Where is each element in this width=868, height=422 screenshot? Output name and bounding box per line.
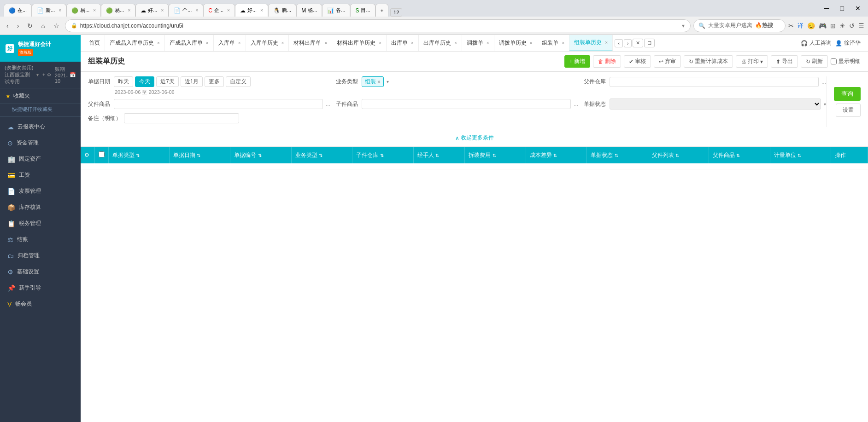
sidebar-item-guide[interactable]: 📌 新手引导: [0, 280, 81, 296]
address-bar[interactable]: 🔒 https://cloud.chanjet.com/accounting/u…: [65, 19, 691, 32]
tab-more[interactable]: ⊟: [644, 39, 655, 47]
parent-goods-input[interactable]: [114, 99, 323, 109]
menu-tab-outstock[interactable]: 出库单 ×: [387, 35, 419, 52]
emoji-icon[interactable]: 😊: [807, 22, 815, 29]
sidebar-item-archive[interactable]: 🗂 归档管理: [0, 248, 81, 264]
query-btn[interactable]: 查询: [834, 87, 861, 101]
th-cost-diff[interactable]: 成本差异 ⇅: [526, 147, 586, 163]
date-btn-lastmonth[interactable]: 近1月: [181, 76, 203, 87]
restore-btn[interactable]: □: [837, 4, 848, 13]
biz-type-dropdown[interactable]: ▾: [387, 79, 389, 84]
th-parent-goods[interactable]: 父件商品 ⇅: [709, 147, 770, 163]
delete-btn[interactable]: 🗑 删除: [593, 55, 621, 68]
dropdown-icon[interactable]: ▾: [682, 23, 685, 29]
sidebar-item-inventory[interactable]: 📦 库存核算: [0, 199, 81, 215]
sidebar-item-tax[interactable]: 📋 税务管理: [0, 215, 81, 231]
favorites-section[interactable]: ★ 收藏夹: [0, 88, 81, 104]
add-company-btn[interactable]: +: [42, 72, 45, 77]
back-btn[interactable]: ‹: [4, 20, 12, 31]
browser-tab-7[interactable]: C 企... ×: [203, 4, 235, 17]
sidebar-item-invoices[interactable]: 📄 发票管理: [0, 183, 81, 199]
close-tab-4[interactable]: ×: [282, 40, 284, 46]
cut-icon[interactable]: ✂: [788, 22, 794, 29]
close-tab-6[interactable]: ×: [379, 40, 381, 46]
menu-tab-kit-assemble[interactable]: 组装单 ×: [537, 35, 569, 52]
close-tab-2[interactable]: ×: [206, 40, 209, 46]
menu-tab-material-outstock-history[interactable]: 材料出库单历史 ×: [332, 35, 387, 52]
parent-goods-more-btn[interactable]: ...: [326, 101, 330, 107]
parent-warehouse-more-btn[interactable]: ...: [821, 79, 826, 85]
sidebar-item-cloud-reports[interactable]: ☁ 云报表中心: [0, 119, 81, 135]
menu-icon[interactable]: ☰: [858, 22, 864, 29]
menu-tab-instock-history[interactable]: 入库单历史 ×: [246, 35, 289, 52]
forward-btn[interactable]: ›: [14, 20, 22, 31]
tab-close-all[interactable]: ✕: [633, 39, 643, 47]
browser-tab-6[interactable]: 📄 个... ×: [169, 4, 203, 17]
close-tab-7[interactable]: ×: [411, 40, 414, 46]
th-parent-list[interactable]: 父件列表 ⇅: [648, 147, 709, 163]
translate-icon[interactable]: 译: [798, 22, 803, 30]
print-dropdown-icon[interactable]: ▾: [760, 58, 763, 65]
select-all-checkbox[interactable]: [99, 151, 105, 157]
browser-tab-new[interactable]: +: [375, 4, 388, 17]
sidebar-item-member[interactable]: V 畅会员: [0, 296, 81, 312]
remove-biz-type-tag[interactable]: ×: [377, 79, 381, 85]
grid-icon[interactable]: ⊞: [830, 22, 836, 29]
date-btn-last7[interactable]: 近7天: [156, 76, 179, 87]
sidebar-item-basic-settings[interactable]: ⚙ 基础设置: [0, 264, 81, 280]
minimize-btn[interactable]: ─: [820, 3, 833, 13]
tab-scroll-left[interactable]: ‹: [615, 39, 623, 47]
menu-tab-assemble[interactable]: 调拨单 ×: [462, 35, 494, 52]
close-tab-12[interactable]: ×: [605, 40, 608, 45]
browser-tab-9[interactable]: 🐧 腾...: [268, 4, 296, 17]
recalculate-btn[interactable]: ↻ 重新计算成本: [684, 55, 733, 68]
menu-tab-instock[interactable]: 入库单 ×: [214, 35, 246, 52]
game-icon[interactable]: 🎮: [819, 22, 827, 29]
browser-tab-12[interactable]: S 目...: [350, 4, 375, 17]
add-btn[interactable]: + 新增: [564, 55, 590, 68]
reload-btn[interactable]: ↻: [24, 20, 35, 31]
date-btn-custom[interactable]: 自定义: [226, 76, 251, 87]
favorites-sub[interactable]: 快捷键打开收藏夹: [0, 104, 81, 117]
bookmark-btn[interactable]: ☆: [51, 20, 62, 31]
sidebar-item-fixed-assets[interactable]: 🏢 固定资产: [0, 151, 81, 167]
menu-tab-kit-history[interactable]: 组装单历史 ×: [569, 35, 613, 52]
th-date[interactable]: 单据日期 ⇅: [169, 147, 230, 163]
browser-tab-8[interactable]: ☁ 好... ×: [235, 4, 268, 17]
close-tab-9[interactable]: ×: [487, 40, 489, 46]
calendar-icon[interactable]: 📅: [70, 72, 76, 78]
company-dropdown[interactable]: ▾: [36, 72, 39, 77]
menu-tab-assemble-history[interactable]: 调拨单历史 ×: [494, 35, 538, 52]
browser-tab-10[interactable]: M 畅...: [296, 4, 322, 17]
review-btn[interactable]: ✔ 审核: [624, 55, 651, 68]
th-doc-status[interactable]: 单据状态 ⇅: [587, 147, 648, 163]
remark-input[interactable]: [124, 113, 239, 123]
close-tab-8[interactable]: ×: [454, 40, 457, 46]
customer-service[interactable]: 🎧 人工咨询: [801, 39, 832, 47]
th-number[interactable]: 单据编号 ⇅: [230, 147, 291, 163]
sidebar-item-settlement[interactable]: ⚖ 结账: [0, 231, 81, 248]
export-btn[interactable]: ⬆ 导出: [771, 55, 798, 68]
close-tab-10[interactable]: ×: [530, 40, 533, 46]
close-tab-5[interactable]: ×: [324, 40, 327, 46]
sidebar-item-funds[interactable]: ⊙ 资金管理: [0, 135, 81, 151]
child-goods-input[interactable]: [362, 99, 571, 109]
browser-tab-1[interactable]: 🔵 在...: [4, 4, 32, 17]
menu-tab-home[interactable]: 首页: [84, 35, 105, 52]
close-tab-3[interactable]: ×: [238, 40, 241, 46]
home-nav-btn[interactable]: ⌂: [38, 20, 47, 31]
print-btn[interactable]: 🖨 打印 ▾: [736, 55, 768, 68]
tab-scroll-right[interactable]: ›: [624, 39, 632, 47]
th-checkbox[interactable]: [94, 147, 108, 163]
company-selector[interactable]: (勿删勿禁用) 江西服宝测试专用 ▾ + ⚙ 账期 2021-10 📅: [0, 62, 81, 88]
undo-icon[interactable]: ↺: [849, 22, 855, 29]
browser-tab-2[interactable]: 📄 新... ×: [32, 4, 66, 17]
browser-tab-5[interactable]: ☁ 好... ×: [135, 4, 169, 17]
date-btn-more[interactable]: 更多: [205, 76, 224, 87]
browser-tab-4[interactable]: 🟢 易... ×: [101, 4, 135, 17]
th-disassemble-cost[interactable]: 拆装费用 ⇅: [465, 147, 526, 163]
settings-icon[interactable]: ⚙: [47, 72, 51, 77]
refresh-btn[interactable]: ↻ 刷新: [801, 55, 828, 68]
th-unit[interactable]: 计量单位 ⇅: [770, 147, 831, 163]
close-btn[interactable]: ✕: [851, 4, 864, 13]
